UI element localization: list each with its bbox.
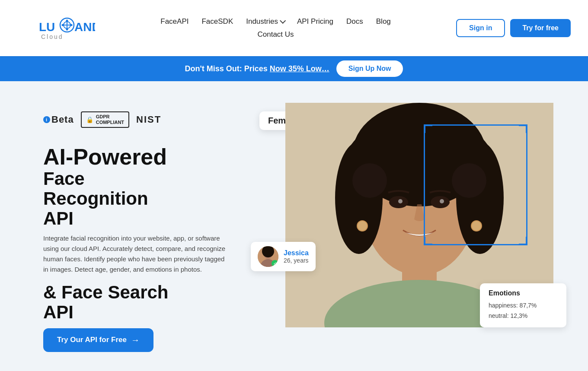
nav-links-bottom: Contact Us bbox=[257, 30, 294, 39]
svg-point-22 bbox=[352, 163, 387, 198]
hero-left: i Beta 🔒 GDPRCOMPLIANT NIST AI-Powered F… bbox=[43, 103, 229, 352]
hero-headline-stack: AI-Powered FaceRecognitionAPI Integrate … bbox=[43, 145, 229, 322]
nav-docs[interactable]: Docs bbox=[346, 17, 363, 26]
banner-text: Don't Miss Out: Prices Now 35% Low… bbox=[185, 64, 329, 73]
banner-highlight: Now 35% Low… bbox=[270, 64, 329, 73]
svg-text:LU: LU bbox=[39, 20, 55, 34]
badge-nist: NIST bbox=[136, 114, 161, 125]
nav-facesdk[interactable]: FaceSDK bbox=[201, 17, 233, 26]
cta-button[interactable]: Try Our API for Free → bbox=[43, 328, 153, 352]
svg-point-26 bbox=[398, 199, 403, 203]
hero-headline-black2: & Face SearchAPI bbox=[43, 282, 229, 322]
hero-headline-blue: AI-Powered bbox=[43, 145, 229, 169]
badge-nist-label: NIST bbox=[136, 114, 161, 125]
nav-apipricing[interactable]: API Pricing bbox=[297, 17, 333, 26]
arrow-icon: → bbox=[131, 335, 140, 345]
banner-prefix: Don't Miss Out: Prices bbox=[185, 64, 270, 73]
hero-right: Female 99,68% bbox=[259, 103, 553, 327]
emotion-happiness: happiness: 87,7% bbox=[489, 301, 558, 311]
nav-industries[interactable]: Industries bbox=[246, 17, 284, 26]
identity-info: Jessica 26, years bbox=[284, 249, 309, 264]
badge-gdpr: 🔒 GDPRCOMPLIANT bbox=[81, 111, 129, 128]
verified-check-icon: ✓ bbox=[272, 260, 278, 267]
cta-label: Try Our API for Free bbox=[57, 336, 127, 344]
identity-name: Jessica bbox=[284, 249, 309, 257]
corner-tl bbox=[424, 124, 432, 133]
navbar: LU AND Cloud FaceAPI FaceSDK Industries … bbox=[0, 0, 588, 56]
svg-point-7 bbox=[66, 20, 68, 22]
badge-gdpr-label: GDPRCOMPLIANT bbox=[96, 114, 124, 125]
svg-point-8 bbox=[66, 29, 68, 31]
corner-br bbox=[519, 237, 527, 245]
svg-text:Cloud: Cloud bbox=[41, 33, 64, 40]
identity-avatar: ✓ bbox=[258, 246, 278, 267]
corner-tr bbox=[519, 124, 527, 133]
svg-point-28 bbox=[357, 221, 368, 231]
nav-links-top: FaceAPI FaceSDK Industries API Pricing D… bbox=[160, 17, 391, 26]
emotions-badge: Emotions happiness: 87,7% neutral: 12,3% bbox=[480, 283, 566, 327]
signup-now-button[interactable]: Sign Up Now bbox=[336, 60, 403, 77]
hero-section: i Beta 🔒 GDPRCOMPLIANT NIST AI-Powered F… bbox=[0, 81, 588, 371]
badge-ibeta-label: Beta bbox=[51, 114, 74, 125]
emotions-title: Emotions bbox=[489, 289, 558, 297]
lock-icon: 🔒 bbox=[86, 116, 93, 123]
promo-banner: Don't Miss Out: Prices Now 35% Low… Sign… bbox=[0, 56, 588, 81]
industries-chevron-icon bbox=[280, 18, 286, 24]
logo[interactable]: LU AND Cloud bbox=[17, 13, 95, 43]
nav-links: FaceAPI FaceSDK Industries API Pricing D… bbox=[112, 17, 439, 39]
navbar-actions: Sign in Try for free bbox=[456, 19, 571, 37]
svg-point-5 bbox=[62, 24, 64, 26]
signin-button[interactable]: Sign in bbox=[456, 19, 505, 37]
nav-blog[interactable]: Blog bbox=[376, 17, 391, 26]
nav-contact[interactable]: Contact Us bbox=[257, 30, 294, 39]
nav-faceapi[interactable]: FaceAPI bbox=[160, 17, 189, 26]
corner-bl bbox=[424, 237, 432, 245]
nav-industries-label: Industries bbox=[246, 17, 278, 26]
emotion-neutral: neutral: 12,3% bbox=[489, 311, 558, 321]
badge-ibeta: i Beta bbox=[43, 114, 74, 125]
identity-age: 26, years bbox=[284, 257, 309, 264]
hero-description: Integrate facial recognition into your w… bbox=[43, 233, 229, 275]
svg-point-6 bbox=[70, 24, 73, 26]
face-detection-box bbox=[424, 124, 527, 245]
identity-badge: ✓ Jessica 26, years bbox=[251, 242, 316, 271]
try-free-button[interactable]: Try for free bbox=[510, 19, 571, 37]
trust-badges: i Beta 🔒 GDPRCOMPLIANT NIST bbox=[43, 111, 229, 128]
hero-headline-black1: FaceRecognitionAPI bbox=[43, 169, 229, 229]
svg-text:AND: AND bbox=[74, 20, 95, 34]
